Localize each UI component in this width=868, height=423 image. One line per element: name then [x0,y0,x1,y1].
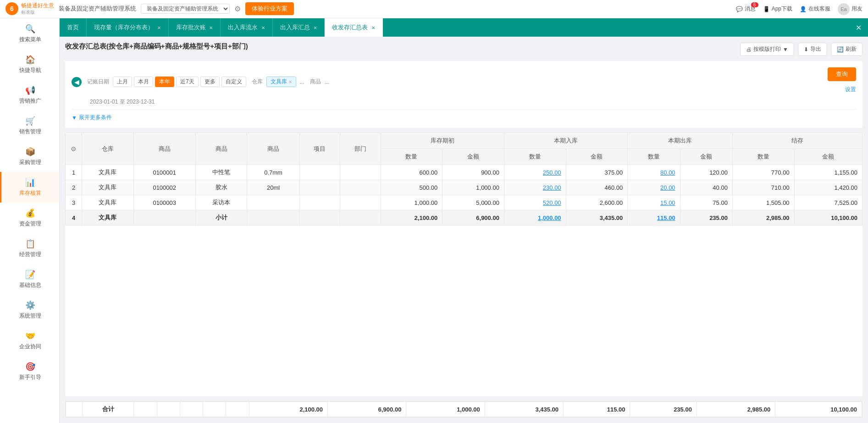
user-avatar: Ea [838,3,850,15]
purchase-icon: 📦 [25,147,35,157]
row-goods-code: 0100002 [133,180,195,195]
footer-table: 合计 2,100.00 6,900.00 1,000.00 3,435.00 [66,401,862,417]
row-in-qty[interactable]: 250.00 [504,165,566,180]
row-out-qty[interactable]: 115.00 [628,210,680,225]
tab-inventory-dist[interactable]: 现存量（库存分布表） × [87,18,169,37]
row-bal-qty: 2,985.00 [732,210,794,225]
warehouse-filter-label: 仓库 [252,78,263,86]
sidebar-item-finance[interactable]: 💰 资金管理 [0,203,59,233]
row-warehouse: 文具库 [82,165,134,180]
date-btn-last-month[interactable]: 上月 [113,77,132,87]
date-btn-this-year[interactable]: 本年 [155,77,174,87]
export-button[interactable]: ⬇ 导出 [798,43,827,56]
operation-icon: 📋 [25,239,35,249]
tab-stock-summary-label: 收发存汇总表 [332,23,368,32]
newbie-icon: 🎯 [25,362,35,372]
table-settings-icon[interactable]: ⚙ [71,145,77,153]
date-filter-label: 记账日期 [87,78,109,86]
row-out-amt: 75.00 [680,195,732,210]
date-btn-more[interactable]: 更多 [200,77,220,87]
settings-link[interactable]: 设置 [845,83,856,96]
tab-home[interactable]: 首页 [60,18,87,37]
online-service-button[interactable]: 👤 在线客服 [800,5,830,13]
settings-col-header[interactable]: ⚙ [66,133,82,165]
sidebar-item-system[interactable]: ⚙️ 系统管理 [0,295,59,325]
row-bal-amt: 1,155.00 [794,165,862,180]
row-open-amt: 5,000.00 [442,195,504,210]
tab-inventory-dist-label: 现存量（库存分布表） [94,23,154,32]
date-btn-this-month[interactable]: 本月 [134,77,153,87]
row-out-qty[interactable]: 80.00 [628,165,680,180]
content-area: 首页 现存量（库存分布表） × 库存批次账 × 出入库流水 × 出入库汇总 × [60,18,868,423]
row-goods-name: 小计 [195,210,247,225]
expand-conditions-button[interactable]: ▼ 展开更多条件 [72,114,856,121]
tab-inout-flow[interactable]: 出入库流水 × [221,18,273,37]
footer-empty2 [134,402,157,417]
refresh-button[interactable]: 🔄 刷新 [831,43,862,56]
sidebar-item-operation[interactable]: 📋 经营管理 [0,233,59,264]
app-download-button[interactable]: 📱 App下载 [763,5,792,13]
row-bal-qty: 770.00 [732,165,794,180]
sidebar-label-newbie: 新手引导 [19,374,41,381]
print-button[interactable]: 🖨 按模版打印 ▼ [740,43,794,56]
row-in-qty[interactable]: 230.00 [504,180,566,195]
tab-inout-summary-close[interactable]: × [313,25,317,31]
sidebar-item-marketing[interactable]: 📢 营销推广 [0,80,59,110]
row-bal-qty: 710.00 [732,180,794,195]
tab-batch-close[interactable]: × [209,25,213,31]
footer-empty6 [226,402,249,417]
data-table: ⚙ 仓库 商品 商品 商品 项目 部门 库存期初 本期入库 本期出库 [65,132,862,225]
footer-in-qty: 1,000.00 [406,402,485,417]
warehouse-tag-text: 文具库 [271,78,287,86]
sidebar-item-enterprise[interactable]: 🤝 企业协同 [0,325,59,356]
sidebar-item-sales[interactable]: 🛒 销售管理 [0,110,59,141]
date-btn-custom[interactable]: 自定义 [221,77,246,87]
query-button[interactable]: 查询 [828,67,856,81]
row-dept [340,210,381,225]
row-out-qty[interactable]: 15.00 [628,195,680,210]
footer-out-qty: 115.00 [564,402,630,417]
goods-name-col-header: 商品 [195,133,247,165]
row-out-amt: 235.00 [680,210,732,225]
logo-text-block: 畅捷通好生意 标准版 [21,2,54,15]
warehouse-tag-close[interactable]: × [289,79,292,85]
row-in-qty[interactable]: 520.00 [504,195,566,210]
tab-inout-summary[interactable]: 出入库汇总 × [273,18,325,37]
sidebar-item-quick[interactable]: 🏠 快捷导航 [0,49,59,80]
sidebar-item-basic[interactable]: 📝 基础信息 [0,264,59,295]
goods-more-btn[interactable]: ... [325,79,329,85]
row-goods-name: 中性笔 [195,165,247,180]
opening-group-header: 库存期初 [381,133,504,149]
experience-button[interactable]: 体验行业方案 [245,2,294,15]
tab-stock-summary-close[interactable]: × [370,25,375,31]
settings-icon[interactable]: ⚙ [234,5,241,13]
warehouse-more-btn[interactable]: ... [300,79,304,85]
sidebar-item-newbie[interactable]: 🎯 新手引导 [0,356,59,387]
row-in-qty[interactable]: 1,000.00 [504,210,566,225]
online-service-label: 在线客服 [808,5,830,13]
filter-collapse-button[interactable]: ◀ [72,77,82,87]
user-menu[interactable]: Ea 用友 [838,3,862,15]
sidebar-label-search: 搜索菜单 [19,36,41,44]
row-goods-code [133,210,195,225]
message-button[interactable]: 💬 消息 6 [736,5,756,13]
row-out-qty[interactable]: 20.00 [628,180,680,195]
footer-empty5 [203,402,226,417]
tab-inventory-dist-close[interactable]: × [156,25,161,31]
sidebar: 🔍 搜索菜单 🏠 快捷导航 📢 营销推广 🛒 销售管理 📦 采购管理 📊 [0,18,60,423]
tab-stock-summary[interactable]: 收发存汇总表 × [325,18,383,37]
row-open-amt: 1,000.00 [442,180,504,195]
tab-batch[interactable]: 库存批次账 × [169,18,221,37]
tab-inout-flow-close[interactable]: × [260,25,265,31]
sidebar-label-quick: 快捷导航 [19,66,41,74]
sys-select[interactable]: 装备及固定资产辅助管理系统 [141,4,230,14]
dept-col-header: 部门 [340,133,381,165]
top-bar-left: 6 畅捷通好生意 标准版 装备及固定资产辅助管理系统 装备及固定资产辅助管理系统… [6,2,294,15]
sidebar-item-inventory[interactable]: 📊 库存核算 [0,172,59,203]
sidebar-item-search[interactable]: 🔍 搜索菜单 [0,18,59,49]
phone-icon: 📱 [763,6,770,12]
global-close-icon[interactable]: ✕ [849,23,868,32]
sidebar-item-purchase[interactable]: 📦 采购管理 [0,141,59,172]
date-btn-7days[interactable]: 近7天 [176,77,199,87]
basic-icon: 📝 [25,269,35,280]
